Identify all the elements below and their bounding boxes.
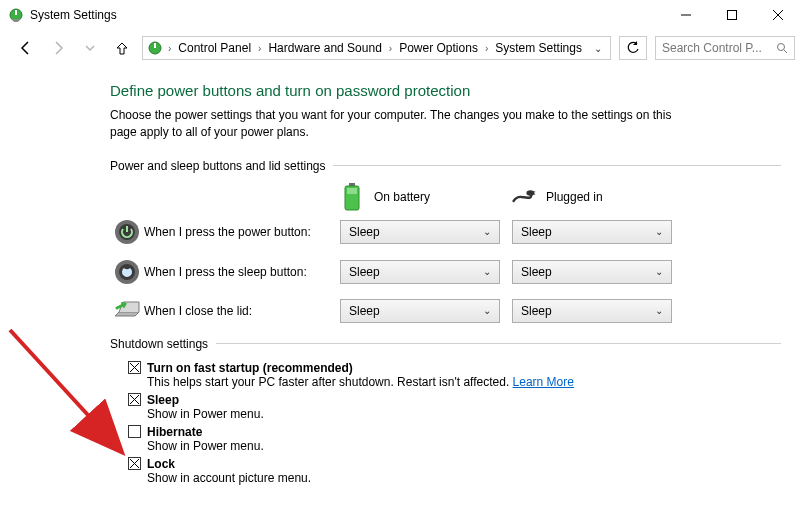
breadcrumb-control-panel[interactable]: Control Panel (176, 41, 253, 55)
chevron-right-icon[interactable]: › (165, 43, 174, 54)
select-value: Sleep (521, 304, 655, 318)
chevron-down-icon: ⌄ (483, 266, 491, 277)
sleep-option: Sleep Show in Power menu. (128, 393, 781, 421)
power-button-label: When I press the power button: (144, 225, 340, 239)
svg-rect-3 (728, 11, 737, 20)
forward-button[interactable] (46, 36, 70, 60)
search-placeholder: Search Control P... (662, 41, 770, 55)
plugged-in-header: Plugged in (512, 188, 672, 206)
search-input[interactable]: Search Control P... (655, 36, 795, 60)
chevron-right-icon[interactable]: › (482, 43, 491, 54)
chevron-down-icon: ⌄ (655, 305, 663, 316)
sleep-title: Sleep (147, 393, 179, 407)
learn-more-link[interactable]: Learn More (513, 375, 574, 389)
divider (333, 165, 781, 166)
fast-startup-title: Turn on fast startup (recommended) (147, 361, 353, 375)
minimize-button[interactable] (663, 0, 709, 30)
group-label: Shutdown settings (110, 337, 216, 351)
power-button-plugged-select[interactable]: Sleep ⌄ (512, 220, 672, 244)
recent-locations-button[interactable] (78, 36, 102, 60)
hibernate-desc: Show in Power menu. (147, 439, 781, 453)
lock-desc: Show in account picture menu. (147, 471, 781, 485)
svg-point-13 (526, 190, 534, 196)
on-battery-header: On battery (340, 183, 500, 211)
lock-checkbox[interactable] (128, 457, 141, 470)
hibernate-title: Hibernate (147, 425, 202, 439)
close-button[interactable] (755, 0, 801, 30)
plug-icon (512, 188, 536, 206)
svg-rect-14 (534, 191, 536, 192)
column-headers: On battery Plugged in (340, 183, 781, 211)
row-sleep-button: When I press the sleep button: Sleep ⌄ S… (110, 259, 781, 285)
search-icon (776, 42, 788, 54)
group-shutdown-settings: Shutdown settings (110, 337, 781, 351)
divider (216, 343, 781, 344)
chevron-down-icon: ⌄ (483, 226, 491, 237)
group-power-sleep-buttons: Power and sleep buttons and lid settings (110, 159, 781, 173)
maximize-button[interactable] (709, 0, 755, 30)
titlebar: System Settings (0, 0, 801, 30)
power-button-icon (110, 219, 144, 245)
hibernate-option: Hibernate Show in Power menu. (128, 425, 781, 453)
lock-title: Lock (147, 457, 175, 471)
hibernate-checkbox[interactable] (128, 425, 141, 438)
group-label: Power and sleep buttons and lid settings (110, 159, 333, 173)
select-value: Sleep (349, 265, 483, 279)
sleep-checkbox[interactable] (128, 393, 141, 406)
page-description: Choose the power settings that you want … (110, 107, 700, 141)
row-close-lid: When I close the lid: Sleep ⌄ Sleep ⌄ (110, 299, 781, 323)
sleep-desc: Show in Power menu. (147, 407, 781, 421)
plugged-in-label: Plugged in (546, 190, 603, 204)
svg-point-8 (778, 44, 785, 51)
row-power-button: When I press the power button: Sleep ⌄ S… (110, 219, 781, 245)
close-lid-label: When I close the lid: (144, 304, 340, 318)
svg-rect-12 (347, 188, 357, 194)
sleep-button-battery-select[interactable]: Sleep ⌄ (340, 260, 500, 284)
breadcrumb[interactable]: › Control Panel › Hardware and Sound › P… (142, 36, 611, 60)
content-panel: Define power buttons and turn on passwor… (0, 66, 801, 485)
svg-rect-1 (15, 10, 17, 15)
breadcrumb-power-options[interactable]: Power Options (397, 41, 480, 55)
sleep-button-plugged-select[interactable]: Sleep ⌄ (512, 260, 672, 284)
lid-icon (110, 300, 144, 322)
fast-startup-option: Turn on fast startup (recommended) This … (128, 361, 781, 389)
svg-rect-7 (154, 43, 156, 48)
select-value: Sleep (349, 304, 483, 318)
battery-icon (340, 183, 364, 211)
svg-line-9 (784, 50, 787, 53)
chevron-down-icon: ⌄ (655, 226, 663, 237)
breadcrumb-hardware-sound[interactable]: Hardware and Sound (266, 41, 383, 55)
fast-startup-checkbox[interactable] (128, 361, 141, 374)
sleep-button-icon (110, 259, 144, 285)
lock-option: Lock Show in account picture menu. (128, 457, 781, 485)
navbar: › Control Panel › Hardware and Sound › P… (0, 30, 801, 66)
select-value: Sleep (521, 225, 655, 239)
page-title: Define power buttons and turn on passwor… (110, 82, 781, 99)
chevron-right-icon[interactable]: › (386, 43, 395, 54)
select-value: Sleep (521, 265, 655, 279)
up-button[interactable] (110, 36, 134, 60)
refresh-button[interactable] (619, 36, 647, 60)
back-button[interactable] (14, 36, 38, 60)
svg-rect-15 (534, 193, 536, 194)
chevron-down-icon: ⌄ (655, 266, 663, 277)
close-lid-battery-select[interactable]: Sleep ⌄ (340, 299, 500, 323)
chevron-right-icon[interactable]: › (255, 43, 264, 54)
select-value: Sleep (349, 225, 483, 239)
power-options-icon (8, 7, 24, 23)
on-battery-label: On battery (374, 190, 430, 204)
power-button-battery-select[interactable]: Sleep ⌄ (340, 220, 500, 244)
fast-startup-desc: This helps start your PC faster after sh… (147, 375, 513, 389)
breadcrumb-dropdown[interactable]: ⌄ (590, 43, 606, 54)
chevron-down-icon: ⌄ (483, 305, 491, 316)
close-lid-plugged-select[interactable]: Sleep ⌄ (512, 299, 672, 323)
window-title: System Settings (30, 8, 117, 22)
sleep-button-label: When I press the sleep button: (144, 265, 340, 279)
breadcrumb-system-settings[interactable]: System Settings (493, 41, 584, 55)
power-options-icon (147, 40, 163, 56)
